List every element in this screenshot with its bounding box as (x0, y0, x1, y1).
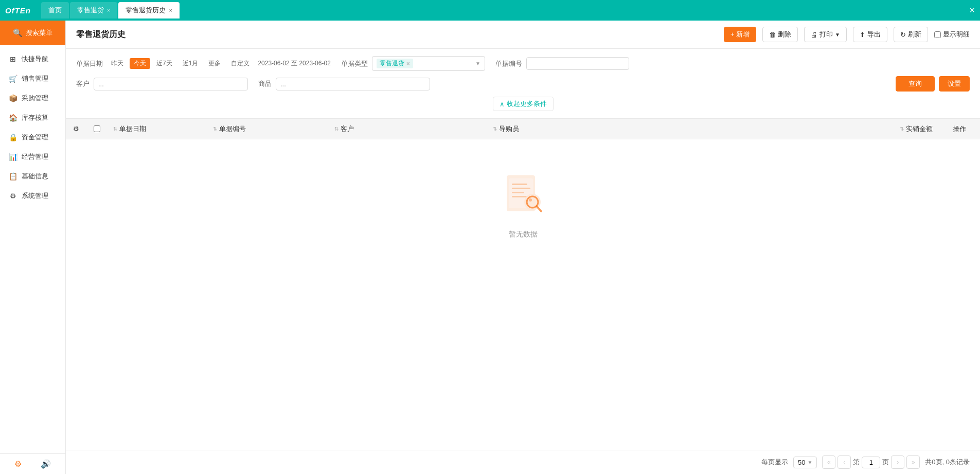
sidebar-search-label: 搜索菜单 (26, 28, 52, 38)
prev-page-button[interactable]: ‹ (838, 455, 851, 469)
last-page-button[interactable]: » (906, 455, 920, 469)
audio-footer-icon[interactable]: 🔊 (41, 459, 51, 469)
first-page-button[interactable]: « (822, 455, 835, 469)
date-btn-custom[interactable]: 自定义 (227, 58, 254, 69)
date-filter-buttons: 昨天 今天 近7天 近1月 更多 自定义 (107, 58, 254, 69)
tab-retail-return[interactable]: 零售退货 × (70, 2, 117, 19)
page-label: 第 (853, 458, 860, 467)
empty-text: 暂无数据 (509, 230, 538, 239)
th-customer[interactable]: ⇅ 客户 (328, 120, 486, 138)
order-no-filter: 单据编号 (495, 57, 629, 70)
display-toggle-checkbox[interactable] (934, 31, 941, 38)
page-unit: 页 (882, 458, 889, 467)
sort-asc-icon: ⇅ (113, 126, 117, 132)
date-range-display: 2023-06-02 至 2023-06-02 (258, 59, 330, 68)
th-date[interactable]: ⇅ 单据日期 (107, 120, 207, 138)
select-all-checkbox[interactable] (94, 125, 100, 132)
refresh-button[interactable]: ↻ 刷新 (894, 27, 928, 42)
tab-retail-return-close[interactable]: × (107, 7, 110, 13)
brand-logo: OfTEn (5, 6, 31, 15)
next-page-button[interactable]: › (891, 455, 904, 469)
tab-retail-return-history-label: 零售退货历史 (126, 6, 166, 15)
type-tag-close[interactable]: × (406, 60, 410, 67)
table-wrapper: ⚙ ⇅ 单据日期 ⇅ 单据编号 ⇅ 客户 ⇅ (66, 119, 980, 450)
page-number-input[interactable] (862, 457, 880, 468)
main-layout: 🔍 搜索菜单 ⊞ 快捷导航 🛒 销售管理 📦 采购管理 🏠 库存核算 🔒 (0, 21, 980, 474)
svg-rect-4 (512, 192, 524, 193)
print-button-label: 打印 (819, 30, 833, 39)
query-button-label: 查询 (908, 79, 922, 88)
svg-rect-2 (512, 184, 527, 185)
sidebar-item-basic-info[interactable]: 📋 基础信息 (0, 167, 65, 186)
refresh-icon: ↻ (900, 31, 906, 39)
table-header: ⚙ ⇅ 单据日期 ⇅ 单据编号 ⇅ 客户 ⇅ (66, 119, 980, 139)
sidebar-item-basic-info-label: 基础信息 (22, 172, 48, 181)
delete-button[interactable]: 🗑 删除 (762, 27, 798, 42)
sidebar-item-sales-label: 销售管理 (22, 74, 48, 83)
th-checkbox[interactable] (86, 121, 107, 136)
order-no-input[interactable] (526, 57, 629, 70)
filter-action-buttons: 查询 设置 (896, 76, 970, 92)
sidebar-search[interactable]: 🔍 搜索菜单 (0, 21, 65, 45)
settings-button[interactable]: 设置 (939, 76, 970, 92)
settings-footer-icon[interactable]: ⚙ (14, 459, 22, 469)
sidebar-item-system[interactable]: ⚙ 系统管理 (0, 186, 65, 206)
date-btn-today[interactable]: 今天 (130, 58, 150, 69)
th-operations: 操作 (939, 120, 980, 138)
sidebar-item-quick-nav-label: 快捷导航 (22, 54, 48, 64)
date-btn-7days[interactable]: 近7天 (152, 58, 176, 69)
operations-icon: 📊 (8, 152, 17, 161)
new-button[interactable]: + 新增 (724, 27, 756, 42)
type-filter-select[interactable]: 零售退货 × ▼ (372, 56, 485, 71)
window-close-button[interactable]: × (969, 5, 975, 16)
customer-input[interactable] (94, 78, 248, 90)
inventory-icon: 🏠 (8, 113, 17, 122)
tab-home-label: 首页 (48, 6, 62, 15)
system-icon: ⚙ (8, 191, 17, 200)
sort-amount-icon: ⇅ (900, 126, 904, 132)
sidebar-item-quick-nav[interactable]: ⊞ 快捷导航 (0, 49, 65, 69)
page-size-select[interactable]: 50 ▼ (793, 457, 817, 468)
th-order-no[interactable]: ⇅ 单据编号 (207, 120, 328, 138)
tab-retail-return-history[interactable]: 零售退货历史 × (118, 2, 179, 19)
display-toggle: 显示明细 (934, 30, 970, 39)
content-area: 零售退货历史 + 新增 🗑 删除 🖨 打印 ▼ ⬆ 导出 (66, 21, 980, 474)
th-guide[interactable]: ⇅ 导购员 (487, 120, 608, 138)
search-icon: 🔍 (13, 28, 23, 38)
goods-input[interactable] (276, 78, 430, 90)
sidebar-item-finance[interactable]: 🔒 资金管理 (0, 127, 65, 147)
tab-retail-return-history-close[interactable]: × (169, 7, 172, 13)
sidebar-item-purchase-mgmt[interactable]: 📦 采购管理 (0, 88, 65, 108)
th-order-no-label: 单据编号 (219, 124, 246, 134)
sidebar-item-sales-mgmt[interactable]: 🛒 销售管理 (0, 69, 65, 88)
type-filter: 单据类型 零售退货 × ▼ (341, 56, 485, 71)
date-btn-yesterday[interactable]: 昨天 (107, 58, 128, 69)
tab-home[interactable]: 首页 (41, 2, 69, 19)
collapse-label: 收起更多条件 (507, 99, 547, 108)
type-tag-label: 零售退货 (380, 59, 404, 68)
filter-row-2: 客户 商品 查询 设置 (76, 76, 970, 92)
date-btn-1month[interactable]: 近1月 (179, 58, 203, 69)
export-button[interactable]: ⬆ 导出 (853, 27, 887, 42)
customer-label: 客户 (76, 79, 90, 88)
column-settings-icon[interactable]: ⚙ (73, 125, 79, 133)
sort-guide-icon: ⇅ (493, 126, 497, 132)
goods-filter: 商品 (258, 78, 430, 90)
empty-state: 暂无数据 (66, 139, 980, 270)
basic-info-icon: 📋 (8, 172, 17, 181)
delete-button-label: 删除 (778, 30, 791, 39)
print-button[interactable]: 🖨 打印 ▼ (804, 27, 847, 42)
order-no-label: 单据编号 (495, 59, 522, 68)
sidebar-item-operations[interactable]: 📊 经营管理 (0, 147, 65, 167)
th-date-label: 单据日期 (119, 124, 146, 134)
th-amount[interactable]: ⇅ 实销金额 (839, 120, 939, 138)
header-actions: + 新增 🗑 删除 🖨 打印 ▼ ⬆ 导出 ↻ 刷新 (724, 27, 970, 42)
sidebar-item-system-label: 系统管理 (22, 191, 48, 200)
th-settings[interactable]: ⚙ (66, 121, 86, 137)
collapse-filter-button[interactable]: ∧ 收起更多条件 (493, 97, 554, 111)
sidebar-item-inventory[interactable]: 🏠 库存核算 (0, 108, 65, 127)
date-btn-more[interactable]: 更多 (204, 58, 225, 69)
filter-area: 单据日期 昨天 今天 近7天 近1月 更多 自定义 2023-06-02 至 2… (66, 49, 980, 119)
per-page-label: 每页显示 (761, 458, 788, 467)
query-button[interactable]: 查询 (896, 76, 935, 92)
